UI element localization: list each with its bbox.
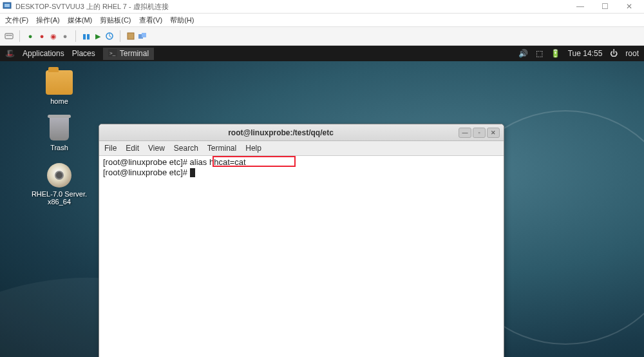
gnome-topbar: 🎩 Applications Places >_ Terminal 🔊 ⬚ 🔋 … xyxy=(0,46,644,61)
maximize-button[interactable]: ☐ xyxy=(592,0,617,14)
trash-icon xyxy=(46,117,73,141)
terminal-menu-help[interactable]: Help xyxy=(245,144,261,153)
host-window-titlebar: DESKTOP-SVTVUU3 上的 RHEL 7 - 虚拟机连接 — ☐ ✕ xyxy=(0,0,644,14)
user-label[interactable]: root xyxy=(625,49,639,58)
power-icon[interactable]: ⏻ xyxy=(610,49,618,58)
desktop-icon-label-2: x86_64 xyxy=(48,198,71,206)
desktop-icon-home[interactable]: home xyxy=(31,70,88,105)
terminal-close-button[interactable]: ✕ xyxy=(487,128,500,138)
terminal-menu-view[interactable]: View xyxy=(148,144,165,153)
host-menubar: 文件(F) 操作(A) 媒体(M) 剪贴板(C) 查看(V) 帮助(H) xyxy=(0,14,644,27)
terminal-titlebar[interactable]: root@linuxprobe:/test/qq/etc — ▫ ✕ xyxy=(99,124,504,141)
svg-rect-3 xyxy=(6,35,8,36)
terminal-window: root@linuxprobe:/test/qq/etc — ▫ ✕ File … xyxy=(99,124,504,357)
turnoff-icon[interactable]: ● xyxy=(37,31,47,41)
start-icon[interactable]: ● xyxy=(25,31,35,41)
cursor xyxy=(190,168,195,177)
places-menu[interactable]: Places xyxy=(72,49,95,58)
host-menu-file[interactable]: 文件(F) xyxy=(5,15,28,25)
clock[interactable]: Tue 14:55 xyxy=(568,49,603,58)
desktop-icon-label: Trash xyxy=(50,144,68,151)
host-menu-help[interactable]: 帮助(H) xyxy=(170,15,194,25)
terminal-minimize-button[interactable]: — xyxy=(459,128,471,138)
active-app-label: Terminal xyxy=(120,49,149,58)
redhat-icon[interactable]: 🎩 xyxy=(5,49,15,58)
host-menu-clipboard[interactable]: 剪贴板(C) xyxy=(100,15,131,25)
battery-icon[interactable]: 🔋 xyxy=(551,49,560,58)
desktop-icon-label: home xyxy=(50,97,68,105)
desktop-icon-label: RHEL-7.0 Server. xyxy=(32,190,87,198)
terminal-menu-file[interactable]: File xyxy=(104,144,117,153)
volume-icon[interactable]: 🔊 xyxy=(518,49,528,58)
svg-rect-5 xyxy=(10,35,12,36)
terminal-menu-search[interactable]: Search xyxy=(174,144,198,153)
terminal-menu-terminal[interactable]: Terminal xyxy=(207,144,236,153)
highlight-annotation xyxy=(213,156,296,167)
svg-rect-4 xyxy=(8,35,10,36)
host-menu-media[interactable]: 媒体(M) xyxy=(68,15,93,25)
host-window-title: DESKTOP-SVTVUU3 上的 RHEL 7 - 虚拟机连接 xyxy=(14,2,568,12)
share-icon[interactable] xyxy=(137,31,147,41)
hyperv-icon xyxy=(3,1,12,12)
folder-icon xyxy=(46,70,73,95)
terminal-line-1: [root@linuxprobe etc]# alias hhcat=cat xyxy=(103,157,500,168)
active-app-tab[interactable]: >_ Terminal xyxy=(103,48,154,60)
terminal-maximize-button[interactable]: ▫ xyxy=(473,128,486,138)
desktop-icon-trash[interactable]: Trash xyxy=(31,117,88,151)
terminal-menubar: File Edit View Search Terminal Help xyxy=(99,141,504,156)
terminal-line-2: [root@linuxprobe etc]# xyxy=(103,168,500,178)
terminal-body[interactable]: [root@linuxprobe etc]# alias hhcat=cat [… xyxy=(99,156,504,357)
ctrl-alt-del-icon[interactable] xyxy=(4,31,14,41)
pause-icon[interactable]: ▮▮ xyxy=(81,31,91,41)
host-menu-view[interactable]: 查看(V) xyxy=(139,15,163,25)
disc-icon xyxy=(46,163,73,188)
applications-menu[interactable]: Applications xyxy=(23,49,64,58)
network-icon[interactable]: ⬚ xyxy=(536,49,543,58)
host-toolbar: ● ● ◉ ● ▮▮ ▶ xyxy=(0,27,644,46)
terminal-title: root@linuxprobe:/test/qq/etc xyxy=(103,128,459,137)
host-menu-action[interactable]: 操作(A) xyxy=(36,15,60,25)
guest-desktop[interactable]: 🎩 Applications Places >_ Terminal 🔊 ⬚ 🔋 … xyxy=(0,46,644,357)
save-icon[interactable]: ● xyxy=(60,31,70,41)
svg-rect-9 xyxy=(142,33,146,37)
desktop-icon-disc[interactable]: RHEL-7.0 Server. x86_64 xyxy=(31,163,88,206)
revert-icon[interactable] xyxy=(126,31,136,41)
shutdown-icon[interactable]: ◉ xyxy=(48,31,59,41)
close-button[interactable]: ✕ xyxy=(617,0,641,14)
checkpoint-icon[interactable] xyxy=(104,31,115,41)
terminal-menu-edit[interactable]: Edit xyxy=(126,144,139,153)
reset-icon[interactable]: ▶ xyxy=(93,31,103,41)
minimize-button[interactable]: — xyxy=(568,0,592,14)
svg-rect-7 xyxy=(128,33,134,39)
svg-rect-1 xyxy=(5,4,10,7)
svg-text:>_: >_ xyxy=(109,50,116,56)
terminal-icon: >_ xyxy=(108,49,117,59)
